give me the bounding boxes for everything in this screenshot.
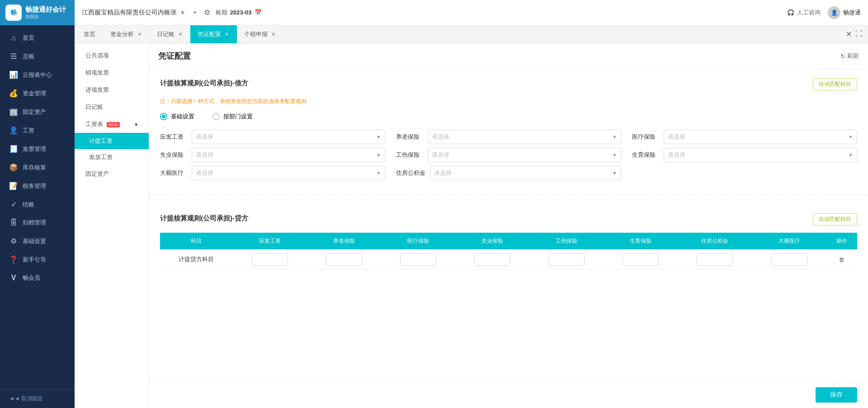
row-large-medical-input[interactable] xyxy=(771,253,807,266)
section-divider xyxy=(149,195,868,195)
work-injury-label: 工伤保险 xyxy=(396,151,423,159)
delete-icon[interactable]: 🗑 xyxy=(839,256,844,263)
tab-home[interactable]: 首页 xyxy=(76,25,103,43)
sidebar-item-invoice[interactable]: 🧾 发票管理 xyxy=(0,140,75,158)
radio-dept[interactable]: 按部门设置 xyxy=(212,113,253,121)
menu-calc-salary[interactable]: 计提工资 xyxy=(75,133,149,149)
row-large-medical-input-cell xyxy=(752,249,826,270)
row-work-injury-input[interactable] xyxy=(548,253,585,266)
housing-fund-select[interactable]: 请选择 ▼ xyxy=(430,166,621,180)
tab-funds-close[interactable]: ✕ xyxy=(137,31,142,38)
user-menu[interactable]: 👤 畅捷通 xyxy=(828,6,861,19)
sidebar-item-tax[interactable]: 📝 税务管理 xyxy=(0,177,75,195)
menu-pay-salary[interactable]: 发放工资 xyxy=(75,149,149,165)
sidebar-item-ledger[interactable]: ☰ 总账 xyxy=(0,47,75,66)
col-medical: 医疗保险 xyxy=(381,233,455,249)
page-content: 凭证配置 ↻ 刷新 计提核算规则(公司承担)-借方 自动匹配科目 注：只能选择一… xyxy=(149,43,868,408)
assets-icon: 🏢 xyxy=(9,108,18,116)
funds-icon: 💰 xyxy=(9,89,18,98)
menu-public[interactable]: 公共选项 xyxy=(75,47,149,64)
col-pension: 养老保险 xyxy=(307,233,381,249)
tab-voucher-config[interactable]: 凭证配置 ✕ xyxy=(190,25,237,43)
pension-select[interactable]: 请选择 ▼ xyxy=(428,130,621,144)
unemployment-select[interactable]: 请选择 ▼ xyxy=(192,148,385,162)
tab-tax-report[interactable]: 个税申报 ✕ xyxy=(237,25,283,43)
medical-label: 医疗保险 xyxy=(632,133,659,141)
row-unemployment-input-cell xyxy=(455,249,529,270)
sidebar: 畅 畅捷通好会计 旗舰版 ⌂ 首页 ☰ 总账 📊 云报表中心 💰 资金管理 🏢 … xyxy=(0,0,75,408)
sidebar-item-home[interactable]: ⌂ 首页 xyxy=(0,29,75,47)
sidebar-item-vip[interactable]: V 畅会员 xyxy=(0,269,75,287)
logo-text: 畅捷通好会计 旗舰版 xyxy=(25,5,66,20)
save-button[interactable]: 保存 xyxy=(816,387,857,403)
tabs-bar: 首页 资金分析 ✕ 日记账 ✕ 凭证配置 ✕ 个税申报 ✕ ✕ ⛶ xyxy=(75,25,868,43)
table-row: 计提贷方科目 🗑 xyxy=(160,249,857,270)
work-injury-field: 工伤保险 请选择 ▼ xyxy=(396,148,621,162)
row-medical-input[interactable] xyxy=(400,253,436,266)
checkout-icon: ✓ xyxy=(9,200,18,209)
sidebar-item-settings[interactable]: ⚙ 基础设置 xyxy=(0,232,75,250)
row-maternity-input[interactable] xyxy=(623,253,659,266)
sidebar-logo: 畅 畅捷通好会计 旗舰版 xyxy=(0,0,75,25)
housing-fund-label: 住房公积金 xyxy=(396,169,425,177)
tab-voucher-close[interactable]: ✕ xyxy=(225,31,229,38)
tab-funds[interactable]: 资金分析 ✕ xyxy=(103,25,150,43)
sidebar-item-archive[interactable]: 🗄 归档管理 xyxy=(0,214,75,232)
expand-icon[interactable]: ⛶ xyxy=(855,30,863,38)
large-medical-select[interactable]: 请选择 ▼ xyxy=(192,166,385,180)
credit-auto-match-button[interactable]: 自动匹配科目 xyxy=(813,213,857,225)
credit-table: 科目 应发工资 养老保险 医疗保险 失业保险 工伤保险 生育保险 住房公积金 大… xyxy=(160,233,857,270)
debit-auto-match-button[interactable]: 自动匹配科目 xyxy=(813,78,857,90)
tab-journal-close[interactable]: ✕ xyxy=(178,31,183,38)
unpin-button[interactable]: ◄◄ 取消固定 xyxy=(0,389,75,408)
service-button[interactable]: 🎧 人工咨询 xyxy=(787,9,821,17)
menu-journal[interactable]: 日记账 xyxy=(75,98,149,116)
row-maternity-input-cell xyxy=(604,249,678,270)
row-unemployment-input[interactable] xyxy=(474,253,510,266)
credit-section: 计提核算规则(公司承担)-贷方 自动匹配科目 科目 应发工资 养老保险 医疗保险… xyxy=(149,204,868,279)
archive-icon: 🗄 xyxy=(9,219,18,227)
col-gross: 应发工资 xyxy=(233,233,307,249)
menu-fixed-assets[interactable]: 固定资产 xyxy=(75,165,149,183)
ledger-icon: ☰ xyxy=(9,52,18,61)
gross-salary-field: 应发工资 请选择 ▼ xyxy=(160,130,385,144)
row-pension-input-cell xyxy=(307,249,381,270)
sidebar-item-salary[interactable]: 👤 工资 xyxy=(0,121,75,140)
work-injury-select[interactable]: 请选择 ▼ xyxy=(428,148,621,162)
row-gross-input[interactable] xyxy=(252,253,288,266)
menu-purchase-invoice[interactable]: 进项发票 xyxy=(75,81,149,98)
pension-label: 养老保险 xyxy=(396,133,423,141)
new-badge: NEW xyxy=(107,122,120,127)
sidebar-item-checkout[interactable]: ✓ 结账 xyxy=(0,195,75,214)
row-pension-input[interactable] xyxy=(326,253,362,266)
tab-journal[interactable]: 日记账 ✕ xyxy=(150,25,190,43)
period-selector[interactable]: 账期 2023-03 📅 xyxy=(216,9,262,17)
unemployment-field: 失业保险 请选择 ▼ xyxy=(160,148,385,162)
sidebar-item-assets[interactable]: 🏢 固定资产 xyxy=(0,103,75,121)
row-gross-input-cell xyxy=(233,249,307,270)
sidebar-item-funds[interactable]: 💰 资金管理 xyxy=(0,84,75,103)
row-medical-input-cell xyxy=(381,249,455,270)
radio-basic[interactable]: 基础设置 xyxy=(160,113,194,121)
add-button[interactable]: ＋ xyxy=(191,8,198,17)
menu-salary-table[interactable]: 工资表 NEW ▾ xyxy=(75,116,149,133)
maternity-select[interactable]: 请选择 ▼ xyxy=(664,148,857,162)
row-housing-input[interactable] xyxy=(697,253,733,266)
menu-sales-invoice[interactable]: 销项发票 xyxy=(75,64,149,81)
settings-button[interactable]: ⚙ xyxy=(204,8,210,17)
topbar-actions: ＋ ⚙ xyxy=(191,8,210,17)
company-selector[interactable]: 江西服宝精品有限责任公司内账张 ▼ xyxy=(82,9,186,17)
sidebar-item-reports[interactable]: 📊 云报表中心 xyxy=(0,66,75,84)
settings-icon: ⚙ xyxy=(9,237,18,245)
close-tab-icon[interactable]: ✕ xyxy=(846,30,852,38)
avatar: 👤 xyxy=(828,6,840,19)
sidebar-item-inventory[interactable]: 📦 库存核算 xyxy=(0,158,75,177)
radio-basic-circle xyxy=(160,113,167,120)
gross-salary-select[interactable]: 请选择 ▼ xyxy=(192,130,385,144)
tab-tax-close[interactable]: ✕ xyxy=(271,31,276,38)
table-header-row: 科目 应发工资 养老保险 医疗保险 失业保险 工伤保险 生育保险 住房公积金 大… xyxy=(160,233,857,249)
logo-icon: 畅 xyxy=(5,5,22,21)
refresh-button[interactable]: ↻ 刷新 xyxy=(840,52,859,60)
medical-select[interactable]: 请选择 ▼ xyxy=(664,130,857,144)
sidebar-item-guide[interactable]: ❓ 新手引导 xyxy=(0,250,75,269)
